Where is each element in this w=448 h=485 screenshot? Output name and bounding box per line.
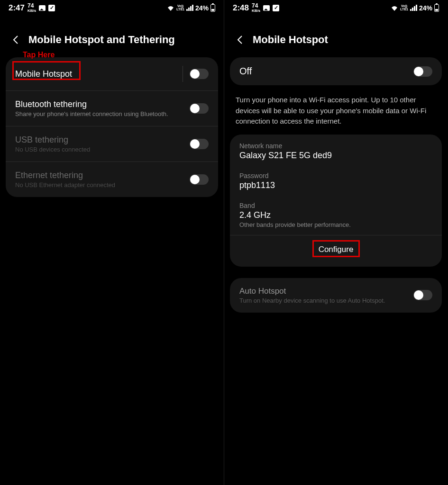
- row-subtitle: Share your phone's internet connection u…: [15, 110, 190, 117]
- row-title: Bluetooth tethering: [15, 99, 190, 109]
- row-subtitle: No USB devices connected: [15, 146, 190, 153]
- signal-icon: [410, 5, 417, 11]
- phone-left: 2:47 74KB/s ✓ Vo))LTE1 24% Mobile Hotspo…: [0, 0, 224, 485]
- row-off[interactable]: Off: [230, 57, 442, 85]
- network-speed: 74KB/s: [252, 3, 260, 13]
- gallery-icon: [263, 5, 270, 11]
- hint: Other bands provide better performance.: [239, 221, 432, 228]
- row-title: USB tethering: [15, 135, 190, 145]
- label: Band: [239, 202, 432, 209]
- configure-button[interactable]: Configure: [316, 244, 357, 255]
- header: Mobile Hotspot: [224, 15, 448, 57]
- row-subtitle: No USB Ethernet adapter connected: [15, 181, 190, 189]
- master-toggle-card: Off: [230, 57, 442, 85]
- row-subtitle: Turn on Nearby device scanning to use Au…: [239, 297, 413, 304]
- band-block[interactable]: Band 2.4 GHz Other bands provide better …: [230, 197, 442, 235]
- value: 2.4 GHz: [239, 210, 432, 220]
- back-button[interactable]: [235, 35, 245, 45]
- usb-toggle: [190, 139, 209, 149]
- back-button[interactable]: [10, 35, 21, 45]
- label: Network name: [239, 142, 432, 150]
- auto-hotspot-card: Auto Hotspot Turn on Nearby device scann…: [230, 278, 442, 313]
- volte-icon: Vo))LTE1: [176, 5, 184, 11]
- signal-icon: [186, 5, 193, 11]
- volte-icon: Vo))LTE1: [400, 5, 408, 11]
- ethernet-toggle: [190, 174, 209, 185]
- description-text: Turn your phone into a Wi-Fi access poin…: [224, 85, 448, 135]
- battery-percent: 24%: [195, 4, 209, 12]
- battery-percent: 24%: [419, 4, 432, 12]
- network-info-card: Network name Galaxy S21 FE 5G ded9 Passw…: [230, 135, 442, 267]
- row-bluetooth-tethering[interactable]: Bluetooth tethering Share your phone's i…: [6, 90, 218, 126]
- battery-icon: [434, 4, 439, 12]
- clock: 2:47: [9, 3, 25, 13]
- page-title: Mobile Hotspot: [253, 34, 328, 46]
- row-usb-tethering: USB tethering No USB devices connected: [6, 126, 218, 162]
- bluetooth-toggle[interactable]: [190, 103, 209, 114]
- master-toggle[interactable]: [413, 66, 432, 77]
- wifi-icon: [167, 5, 174, 11]
- page-title: Mobile Hotspot and Tethering: [28, 34, 175, 46]
- row-title: Ethernet tethering: [15, 171, 190, 180]
- row-auto-hotspot: Auto Hotspot Turn on Nearby device scann…: [230, 278, 442, 313]
- battery-icon: [210, 4, 215, 12]
- password-block[interactable]: Password ptpb1113: [230, 167, 442, 197]
- row-ethernet-tethering: Ethernet tethering No USB Ethernet adapt…: [6, 162, 218, 197]
- network-speed: 74KB/s: [27, 3, 36, 13]
- divider: [183, 66, 183, 82]
- label: Password: [239, 172, 432, 180]
- off-label: Off: [239, 66, 413, 77]
- row-title: Mobile Hotspot: [15, 69, 183, 79]
- value: Galaxy S21 FE 5G ded9: [239, 151, 432, 161]
- status-bar: 2:48 74KB/s ✓ Vo))LTE1 24%: [224, 0, 448, 15]
- check-icon: ✓: [48, 5, 55, 11]
- auto-hotspot-toggle: [413, 290, 432, 300]
- clock: 2:48: [233, 3, 249, 13]
- check-icon: ✓: [273, 5, 279, 11]
- configure-row: Configure: [230, 235, 442, 267]
- gallery-icon: [39, 5, 46, 11]
- settings-card: Mobile Hotspot Bluetooth tethering Share…: [6, 57, 218, 197]
- row-title: Auto Hotspot: [239, 287, 413, 296]
- status-bar: 2:47 74KB/s ✓ Vo))LTE1 24%: [0, 0, 224, 15]
- network-name-block[interactable]: Network name Galaxy S21 FE 5G ded9: [230, 135, 442, 167]
- phone-right: 2:48 74KB/s ✓ Vo))LTE1 24% Mobile Hotspo…: [224, 0, 448, 485]
- row-mobile-hotspot[interactable]: Mobile Hotspot: [6, 57, 218, 90]
- wifi-icon: [391, 5, 398, 11]
- value: ptpb1113: [239, 180, 432, 190]
- hotspot-toggle[interactable]: [190, 69, 209, 79]
